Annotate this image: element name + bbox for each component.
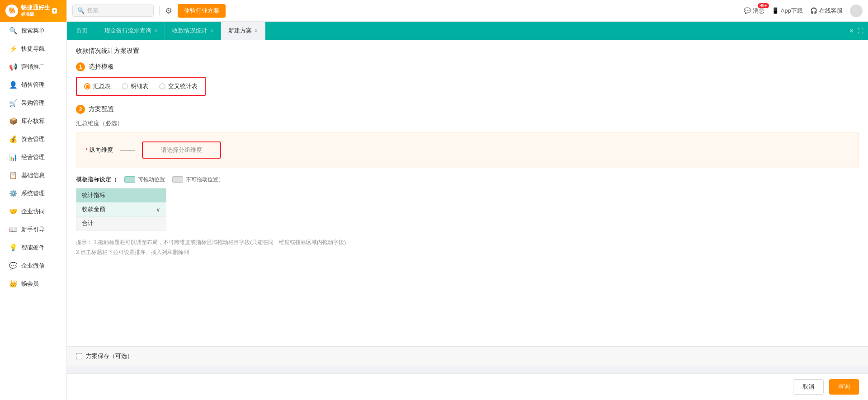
sidebar-item-label: 畅会员 bbox=[21, 280, 39, 288]
gear-button[interactable]: ⚙ bbox=[165, 6, 172, 16]
trial-button[interactable]: 体验行业方案 bbox=[178, 4, 226, 18]
sidebar-item-label: 新手引导 bbox=[21, 226, 45, 234]
operations-icon: 📊 bbox=[9, 153, 18, 162]
radio-summary-circle bbox=[84, 83, 90, 89]
logo-badge: + bbox=[52, 8, 57, 14]
non-draggable-box bbox=[172, 176, 183, 183]
sidebar: 畅 畅捷通好生 标准版 + 🔍 搜索菜单 ⚡ 快捷导航 📢 营销推广 👤 销售管… bbox=[0, 0, 67, 400]
hardware-icon: 💡 bbox=[9, 243, 18, 252]
sidebar-item-sales[interactable]: 👤 销售管理 bbox=[0, 76, 66, 94]
tip-2-text: 2.点击标题栏下拉可设置排序、插入列和删除列 bbox=[76, 248, 189, 258]
step2-num: 2 bbox=[76, 105, 85, 114]
logo-icon: 畅 bbox=[5, 5, 18, 17]
save-checkbox[interactable] bbox=[76, 353, 82, 359]
step1-section: 1 选择模板 汇总表 明细表 交叉统计表 bbox=[76, 62, 859, 96]
dimension-select[interactable]: 请选择分组维度 bbox=[142, 141, 221, 159]
tab-collection-stats[interactable]: 收款情况统计 × bbox=[165, 22, 221, 40]
tab-maximize-icon[interactable]: ⛶ bbox=[858, 28, 863, 34]
tab-new-plan-label: 新建方案 bbox=[228, 27, 252, 35]
query-button[interactable]: 查询 bbox=[829, 379, 859, 395]
radio-crosstab[interactable]: 交叉统计表 bbox=[159, 82, 198, 90]
tab-collection-close[interactable]: × bbox=[210, 28, 213, 34]
vertical-label-text: 纵向维度 bbox=[90, 146, 113, 154]
sidebar-item-hardware[interactable]: 💡 智能硬件 bbox=[0, 239, 66, 257]
sales-icon: 👤 bbox=[9, 80, 18, 89]
tab-cashflow[interactable]: 现金银行流水查询 × bbox=[97, 22, 165, 40]
quick-nav-icon: ⚡ bbox=[9, 44, 18, 53]
tab-new-plan[interactable]: 新建方案 × bbox=[221, 22, 265, 40]
sidebar-item-label: 企业协同 bbox=[21, 207, 45, 216]
draggable-box bbox=[124, 176, 135, 183]
stats-cell-dropdown-icon[interactable]: ∨ bbox=[156, 206, 160, 213]
metrics-label-prefix: 模板指标设定（ bbox=[76, 175, 117, 184]
support-button[interactable]: 🎧 在线客服 bbox=[810, 7, 843, 15]
sidebar-item-label: 搜索菜单 bbox=[21, 27, 45, 35]
sidebar-item-label: 企业微信 bbox=[21, 262, 45, 270]
sidebar-item-basic-info[interactable]: 📋 基础信息 bbox=[0, 166, 66, 184]
sidebar-item-purchase[interactable]: 🛒 采购管理 bbox=[0, 94, 66, 112]
tip-1-text: 提示： 1.拖动标题栏可以调整布局，不可跨维度或指标区域拖动栏目字段(只能在同一… bbox=[76, 238, 346, 248]
topbar-right: 💬 99+ 消息 📱 App下载 🎧 在线客服 bbox=[744, 5, 863, 17]
app-logo: 畅 畅捷通好生 标准版 + bbox=[0, 0, 66, 22]
stats-header: 统计指标 bbox=[76, 188, 166, 202]
sidebar-item-label: 营销推广 bbox=[21, 63, 45, 71]
page-content: 收款情况统计方案设置 1 选择模板 汇总表 明细表 bbox=[67, 40, 868, 346]
sidebar-item-guide[interactable]: 📖 新手引导 bbox=[0, 221, 66, 239]
logo-sub: 标准版 bbox=[21, 11, 50, 18]
tab-new-plan-close[interactable]: × bbox=[255, 28, 258, 34]
dimension-row: * 纵向维度 —— 请选择分组维度 bbox=[85, 141, 849, 159]
cooperation-icon: 🤝 bbox=[9, 207, 18, 216]
radio-detail-label: 明细表 bbox=[131, 82, 148, 90]
sidebar-item-member[interactable]: 👑 畅会员 bbox=[0, 275, 66, 293]
step2-title: 方案配置 bbox=[89, 105, 114, 113]
action-bar: 取消 查询 bbox=[67, 373, 868, 400]
save-section: 方案保存（可选） bbox=[67, 346, 868, 366]
message-button[interactable]: 💬 99+ 消息 bbox=[744, 7, 764, 15]
topbar-search[interactable]: 🔍 搜索 bbox=[72, 5, 154, 17]
sidebar-item-cooperation[interactable]: 🤝 企业协同 bbox=[0, 202, 66, 221]
radio-summary[interactable]: 汇总表 bbox=[84, 82, 111, 90]
tab-minimize-icon[interactable]: ✕ bbox=[849, 28, 854, 34]
dimension-arrow: —— bbox=[120, 146, 135, 154]
member-icon: 👑 bbox=[9, 279, 18, 288]
radio-crosstab-label: 交叉统计表 bbox=[168, 82, 198, 90]
sidebar-item-search-menu[interactable]: 🔍 搜索菜单 bbox=[0, 22, 66, 40]
sidebar-item-system[interactable]: ⚙️ 系统管理 bbox=[0, 184, 66, 202]
step2-section: 2 方案配置 汇总维度（必选） * 纵向维度 —— 请选择分组维度 bbox=[76, 105, 859, 257]
sidebar-item-wecom[interactable]: 💬 企业微信 bbox=[0, 257, 66, 275]
sidebar-item-marketing[interactable]: 📢 营销推广 bbox=[0, 58, 66, 76]
user-avatar[interactable] bbox=[850, 5, 863, 17]
marketing-icon: 📢 bbox=[9, 62, 18, 71]
draggable-label: 可拖动位置 bbox=[138, 176, 165, 184]
save-label: 方案保存（可选） bbox=[86, 352, 133, 360]
stats-cell-amount[interactable]: 收款金额 ∨ bbox=[76, 202, 166, 216]
tab-cashflow-close[interactable]: × bbox=[154, 28, 157, 34]
topbar: 🔍 搜索 ⚙ 体验行业方案 💬 99+ 消息 📱 App下载 🎧 在线客服 bbox=[67, 0, 868, 22]
stats-table: 统计指标 收款金额 ∨ 合计 bbox=[76, 188, 166, 231]
dimension-area: * 纵向维度 —— 请选择分组维度 bbox=[76, 132, 859, 168]
cancel-button[interactable]: 取消 bbox=[793, 379, 824, 395]
basic-info-icon: 📋 bbox=[9, 171, 18, 180]
sidebar-item-inventory[interactable]: 📦 库存核算 bbox=[0, 112, 66, 130]
sidebar-item-label: 系统管理 bbox=[21, 189, 45, 198]
radio-detail[interactable]: 明细表 bbox=[122, 82, 148, 90]
radio-summary-label: 汇总表 bbox=[93, 82, 111, 90]
sidebar-item-quick-nav[interactable]: ⚡ 快捷导航 bbox=[0, 40, 66, 58]
search-menu-icon: 🔍 bbox=[9, 26, 18, 35]
radio-crosstab-circle bbox=[159, 83, 165, 89]
tab-cashflow-label: 现金银行流水查询 bbox=[104, 27, 151, 35]
main-area: 🔍 搜索 ⚙ 体验行业方案 💬 99+ 消息 📱 App下载 🎧 在线客服 bbox=[67, 0, 868, 400]
tips-section: 提示： 1.拖动标题栏可以调整布局，不可跨维度或指标区域拖动栏目字段(只能在同一… bbox=[76, 238, 859, 257]
tab-home[interactable]: 首页 bbox=[67, 22, 97, 40]
step1-num: 1 bbox=[76, 62, 85, 71]
legend-draggable: 可拖动位置 bbox=[124, 176, 165, 184]
tip-line-1: 提示： 1.拖动标题栏可以调整布局，不可跨维度或指标区域拖动栏目字段(只能在同一… bbox=[76, 238, 859, 248]
page-title: 收款情况统计方案设置 bbox=[76, 47, 859, 55]
sidebar-item-finance[interactable]: 💰 资金管理 bbox=[0, 130, 66, 148]
guide-icon: 📖 bbox=[9, 225, 18, 234]
vertical-dimension-label: * 纵向维度 bbox=[85, 146, 113, 154]
download-button[interactable]: 📱 App下载 bbox=[772, 7, 803, 15]
step2-header: 2 方案配置 bbox=[76, 105, 859, 114]
message-icon: 💬 bbox=[744, 7, 751, 14]
sidebar-item-operations[interactable]: 📊 经营管理 bbox=[0, 148, 66, 166]
